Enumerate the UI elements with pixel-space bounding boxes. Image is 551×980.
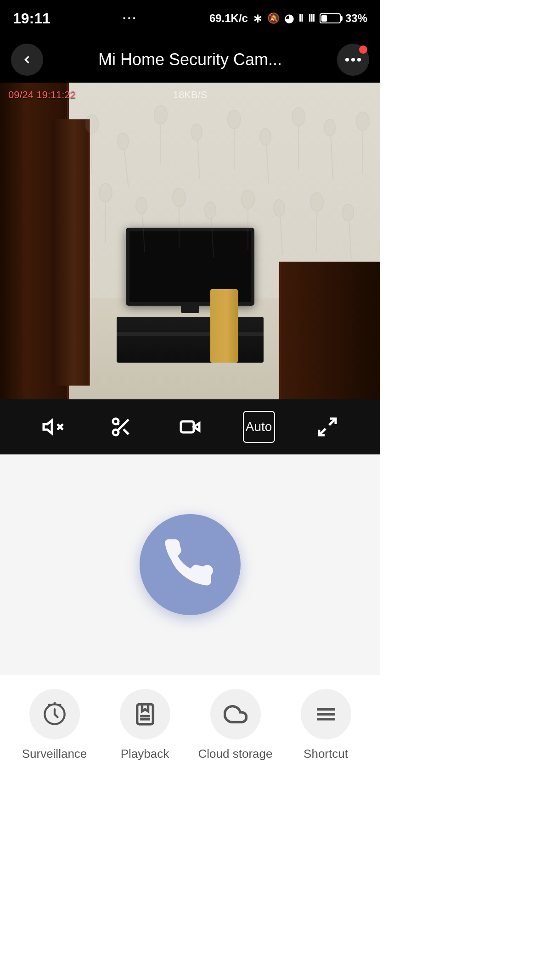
record-button[interactable]: [174, 411, 206, 443]
quality-button[interactable]: Auto: [243, 411, 275, 443]
svg-rect-48: [137, 704, 153, 724]
svg-point-19: [99, 184, 112, 202]
header-title: Mi Home Security Cam...: [43, 50, 337, 69]
cloud-icon-wrap: [210, 689, 261, 739]
status-bar: 19:11 ··· 69.1K/c ∗ 🔕 ◕ Ⅱ Ⅲ 33%: [0, 0, 380, 37]
tv-unit: [117, 317, 264, 363]
svg-line-2: [124, 147, 129, 188]
back-button[interactable]: [11, 44, 43, 76]
svg-line-14: [331, 133, 333, 179]
surveillance-icon: [43, 702, 67, 726]
quality-label: Auto: [246, 420, 272, 434]
playback-icon-wrap: [120, 689, 170, 739]
svg-point-5: [154, 106, 167, 124]
svg-line-6: [197, 138, 200, 179]
svg-line-28: [280, 213, 282, 255]
svg-line-32: [349, 218, 351, 259]
nav-item-playback[interactable]: Playback: [100, 689, 190, 761]
cloud-icon: [224, 702, 247, 726]
nav-label-playback: Playback: [121, 747, 169, 761]
signal2-icon: Ⅲ: [308, 12, 315, 24]
svg-point-27: [242, 190, 254, 208]
nav-label-shortcut: Shortcut: [304, 747, 348, 761]
more-button[interactable]: [337, 44, 369, 76]
status-icons: 69.1K/c ∗ 🔕 ◕ Ⅱ Ⅲ 33%: [209, 11, 367, 26]
svg-point-1: [85, 115, 98, 133]
svg-point-3: [118, 133, 129, 150]
status-time: 19:11: [13, 10, 51, 27]
bottom-nav: Surveillance Playback Cloud storage: [0, 675, 380, 779]
nav-item-cloud-storage[interactable]: Cloud storage: [190, 689, 281, 761]
menu-icon: [314, 702, 338, 726]
room-scene: [0, 83, 380, 399]
svg-point-31: [310, 193, 323, 211]
header: Mi Home Security Cam...: [0, 37, 380, 83]
controls-bar: Auto: [0, 399, 380, 454]
svg-line-20: [142, 211, 145, 252]
battery-percent: 33%: [345, 12, 367, 25]
recording-indicator: [359, 45, 367, 54]
svg-line-41: [118, 423, 119, 425]
surveillance-icon-wrap: [29, 689, 80, 739]
mute-button[interactable]: [37, 411, 69, 443]
fullscreen-button[interactable]: [311, 411, 343, 443]
call-button[interactable]: [140, 514, 241, 615]
svg-point-29: [274, 200, 285, 216]
svg-line-46: [59, 704, 60, 706]
svg-point-38: [113, 430, 118, 435]
wallpaper-pattern: [0, 83, 380, 312]
svg-point-15: [324, 119, 335, 136]
camera-speed: 18KB/S: [173, 89, 208, 101]
svg-point-33: [343, 204, 354, 221]
camera-feed: 09/24 19:11:22 18KB/S: [0, 83, 380, 399]
screenshot-button[interactable]: [105, 411, 137, 443]
svg-line-47: [49, 704, 50, 706]
svg-point-23: [173, 188, 186, 207]
nav-item-shortcut[interactable]: Shortcut: [281, 689, 371, 761]
svg-point-9: [228, 110, 241, 129]
nav-label-cloud-storage: Cloud storage: [198, 747, 273, 761]
network-speed: 69.1K/c: [209, 12, 248, 25]
menu-icon-wrap: [301, 689, 351, 739]
wifi-icon: ◕: [284, 12, 294, 25]
svg-line-40: [124, 429, 129, 434]
svg-marker-34: [44, 420, 52, 433]
nav-item-surveillance[interactable]: Surveillance: [9, 689, 100, 761]
bluetooth-icon: ∗: [253, 11, 263, 26]
svg-point-7: [191, 124, 202, 140]
battery-icon: [320, 13, 341, 23]
playback-icon: [133, 702, 157, 726]
svg-line-10: [266, 142, 269, 184]
nav-label-surveillance: Surveillance: [22, 747, 87, 761]
svg-line-24: [211, 216, 214, 257]
camera-timestamp: 09/24 19:11:22: [8, 89, 76, 101]
svg-point-11: [260, 129, 271, 145]
status-signal-dots: ···: [123, 11, 137, 26]
silent-icon: 🔕: [267, 12, 280, 24]
svg-point-17: [356, 112, 369, 130]
signal-icon: Ⅱ: [298, 12, 304, 24]
svg-point-21: [136, 197, 147, 214]
svg-point-25: [205, 202, 216, 218]
svg-point-13: [292, 107, 305, 126]
middle-section: [0, 454, 380, 675]
